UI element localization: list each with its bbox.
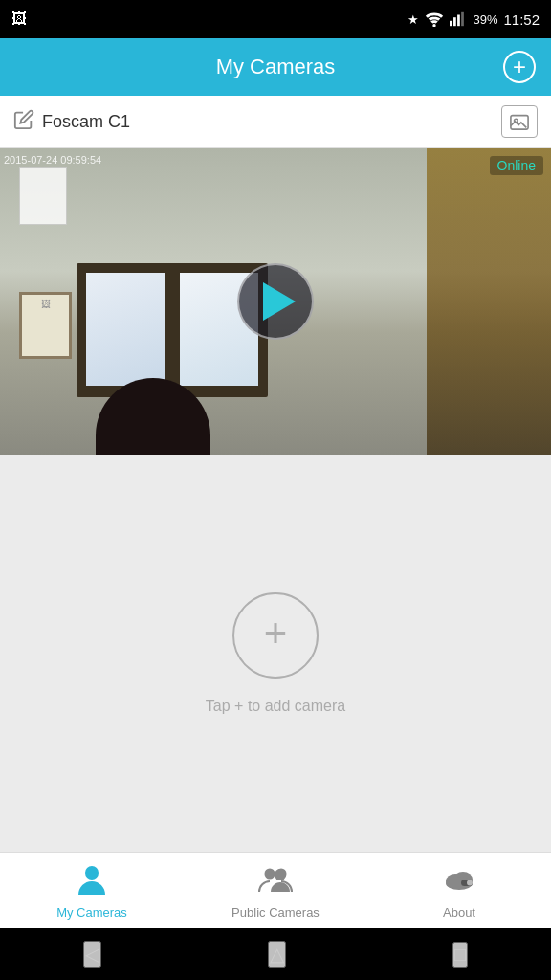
picture-frame: 🖼 bbox=[19, 292, 72, 359]
add-camera-header-button[interactable]: + bbox=[503, 51, 536, 83]
bottom-nav: My Cameras Public Cameras bbox=[0, 852, 551, 928]
empty-area: + Tap + to add camera bbox=[0, 455, 551, 852]
svg-point-10 bbox=[275, 869, 286, 880]
camera-name: Foscam C1 bbox=[42, 112, 130, 132]
nav-label-my-cameras: My Cameras bbox=[56, 905, 127, 920]
nav-item-about[interactable]: About bbox=[367, 862, 551, 920]
photo-icon: 🖼 bbox=[11, 11, 27, 28]
camera-header: Foscam C1 bbox=[0, 96, 551, 148]
nav-item-my-cameras[interactable]: My Cameras bbox=[0, 862, 184, 920]
svg-point-8 bbox=[265, 868, 276, 879]
app-header: My Cameras + bbox=[0, 38, 551, 96]
camera-name-row: Foscam C1 bbox=[13, 109, 130, 135]
bookshelf bbox=[427, 148, 551, 455]
svg-point-0 bbox=[433, 24, 436, 27]
camera-preview[interactable]: 🖼 2015-07-24 09:59:54 Online bbox=[0, 148, 551, 455]
signal-icon bbox=[450, 11, 467, 27]
home-button[interactable]: △ bbox=[268, 941, 286, 968]
window bbox=[77, 263, 268, 397]
back-button[interactable]: ◁ bbox=[83, 941, 101, 968]
status-bar-left: 🖼 bbox=[11, 11, 27, 28]
play-button[interactable] bbox=[237, 263, 314, 340]
time-display: 11:52 bbox=[503, 11, 540, 28]
recent-button[interactable]: □ bbox=[452, 942, 468, 968]
svg-point-7 bbox=[85, 866, 99, 880]
wifi-icon bbox=[425, 11, 444, 27]
status-bar-right: ★ 39% 11:52 bbox=[408, 11, 540, 28]
play-icon bbox=[263, 282, 296, 321]
person-icon bbox=[75, 862, 109, 901]
svg-point-15 bbox=[467, 880, 473, 885]
battery-text: 39% bbox=[473, 12, 497, 27]
star-icon: ★ bbox=[408, 12, 419, 27]
edit-icon[interactable] bbox=[13, 109, 34, 135]
online-badge: Online bbox=[490, 156, 543, 175]
add-camera-circle-button[interactable]: + bbox=[232, 592, 319, 679]
group-icon bbox=[258, 862, 293, 901]
add-icon: + bbox=[513, 54, 526, 80]
wall-calendar bbox=[19, 167, 67, 225]
nav-item-public-cameras[interactable]: Public Cameras bbox=[184, 862, 367, 920]
svg-rect-2 bbox=[453, 17, 456, 26]
camera-timestamp: 2015-07-24 09:59:54 bbox=[4, 154, 101, 166]
nav-label-about: About bbox=[443, 905, 475, 920]
svg-rect-4 bbox=[462, 12, 465, 26]
camera-item: Foscam C1 🖼 2015-07-24 09:59:54 O bbox=[0, 96, 551, 455]
header-title: My Cameras bbox=[216, 55, 336, 79]
cloud-icon bbox=[442, 862, 476, 901]
add-circle-icon: + bbox=[264, 613, 288, 654]
svg-rect-1 bbox=[450, 21, 452, 26]
tap-hint: Tap + to add camera bbox=[206, 698, 345, 715]
svg-rect-3 bbox=[458, 15, 461, 27]
android-nav: ◁ △ □ bbox=[0, 928, 551, 980]
status-bar: 🖼 ★ 39% 11:52 bbox=[0, 0, 551, 38]
nav-label-public-cameras: Public Cameras bbox=[231, 905, 320, 920]
gallery-icon[interactable] bbox=[501, 105, 538, 138]
